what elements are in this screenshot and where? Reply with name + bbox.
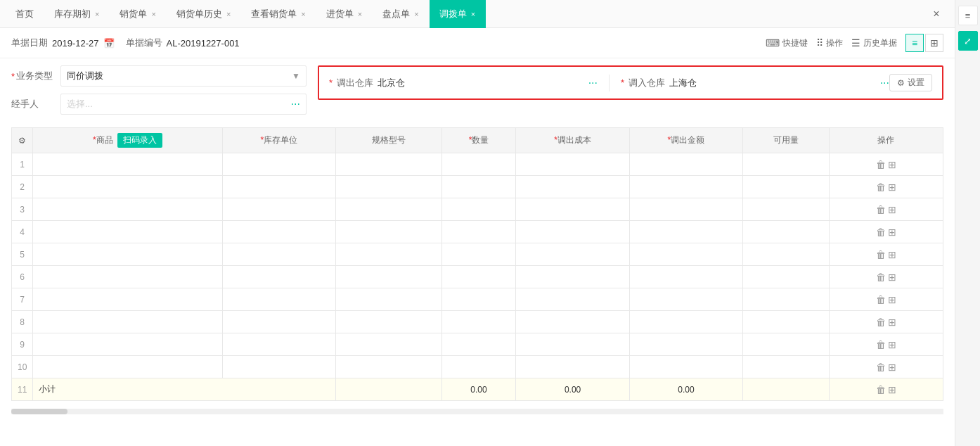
- available-cell[interactable]: [743, 356, 830, 378]
- unit-cell[interactable]: [222, 221, 335, 243]
- delete-row-btn[interactable]: 🗑: [876, 339, 886, 350]
- tab-stocktake[interactable]: 盘点单 ×: [373, 0, 429, 28]
- shortcuts-btn[interactable]: ⌨ 快捷键: [766, 37, 808, 49]
- available-cell[interactable]: [743, 243, 830, 266]
- tab-close-stocktake[interactable]: ×: [414, 10, 418, 18]
- unit-cell[interactable]: [222, 356, 335, 378]
- qty-cell[interactable]: [441, 176, 516, 198]
- tab-close-view-sales[interactable]: ×: [301, 10, 305, 18]
- qty-cell[interactable]: [441, 198, 516, 221]
- product-cell[interactable]: [33, 266, 222, 288]
- spec-cell[interactable]: [336, 356, 442, 378]
- spec-cell[interactable]: [336, 221, 442, 243]
- available-cell[interactable]: [743, 198, 830, 221]
- delete-row-btn[interactable]: 🗑: [876, 317, 886, 328]
- copy-row-btn[interactable]: ⊞: [888, 227, 896, 238]
- cost-cell[interactable]: [516, 356, 629, 378]
- delete-row-btn[interactable]: 🗑: [876, 362, 886, 373]
- copy-row-btn[interactable]: ⊞: [888, 384, 896, 395]
- delete-row-btn[interactable]: 🗑: [876, 204, 886, 215]
- unit-cell[interactable]: [222, 311, 335, 333]
- copy-row-btn[interactable]: ⊞: [888, 249, 896, 260]
- tab-close-transfer[interactable]: ×: [471, 10, 475, 18]
- delete-row-btn[interactable]: 🗑: [876, 249, 886, 260]
- tab-sales-history[interactable]: 销货单历史 ×: [167, 0, 241, 28]
- product-cell[interactable]: [33, 176, 222, 198]
- qty-cell[interactable]: [441, 356, 516, 378]
- tab-close-sales-history[interactable]: ×: [226, 10, 231, 18]
- unit-cell[interactable]: [222, 266, 335, 288]
- amount-cell[interactable]: [629, 356, 742, 378]
- delete-row-btn[interactable]: 🗑: [876, 294, 886, 305]
- product-cell[interactable]: [33, 311, 222, 333]
- amount-cell[interactable]: [629, 288, 742, 311]
- delete-row-btn[interactable]: 🗑: [876, 272, 886, 283]
- product-cell[interactable]: [33, 243, 222, 266]
- unit-cell[interactable]: [222, 176, 335, 198]
- delete-row-btn[interactable]: 🗑: [876, 181, 886, 193]
- spec-cell[interactable]: [336, 311, 442, 333]
- agent-field[interactable]: 选择... ···: [60, 94, 307, 115]
- amount-cell[interactable]: [629, 153, 742, 176]
- cost-cell[interactable]: [516, 333, 629, 356]
- side-list-btn[interactable]: ≡: [958, 6, 978, 25]
- history-btn[interactable]: ☰ 历史单据: [851, 37, 897, 49]
- tab-transfer[interactable]: 调拨单 ×: [430, 0, 486, 28]
- window-close-button[interactable]: ×: [924, 1, 949, 27]
- copy-row-btn[interactable]: ⊞: [888, 294, 896, 305]
- tab-home[interactable]: 首页: [6, 0, 44, 28]
- amount-cell[interactable]: [629, 176, 742, 198]
- qty-cell[interactable]: [441, 153, 516, 176]
- copy-row-btn[interactable]: ⊞: [888, 317, 896, 328]
- warehouse-setting-btn[interactable]: ⚙ 设置: [889, 74, 932, 91]
- product-cell[interactable]: [33, 288, 222, 311]
- spec-cell[interactable]: [336, 243, 442, 266]
- side-expand-btn[interactable]: ⤢: [958, 31, 978, 51]
- list-view-btn[interactable]: ≡: [905, 34, 924, 52]
- delete-row-btn[interactable]: 🗑: [876, 384, 886, 395]
- delete-row-btn[interactable]: 🗑: [876, 159, 886, 170]
- cost-cell[interactable]: [516, 288, 629, 311]
- scrollbar[interactable]: [11, 409, 943, 414]
- available-cell[interactable]: [743, 176, 830, 198]
- unit-cell[interactable]: [222, 333, 335, 356]
- product-cell[interactable]: [33, 356, 222, 378]
- qty-cell[interactable]: [441, 311, 516, 333]
- qty-cell[interactable]: [441, 266, 516, 288]
- copy-row-btn[interactable]: ⊞: [888, 339, 896, 350]
- tab-close-sales[interactable]: ×: [151, 10, 155, 18]
- biz-type-field[interactable]: 同价调拨 ▼: [60, 65, 307, 87]
- to-warehouse-more-btn[interactable]: ···: [880, 77, 889, 89]
- available-cell[interactable]: [743, 288, 830, 311]
- spec-cell[interactable]: [336, 288, 442, 311]
- unit-cell[interactable]: [222, 198, 335, 221]
- spec-cell[interactable]: [336, 333, 442, 356]
- available-cell[interactable]: [743, 266, 830, 288]
- tab-inventory-init[interactable]: 库存期初 ×: [44, 0, 110, 28]
- cost-cell[interactable]: [516, 176, 629, 198]
- cost-cell[interactable]: [516, 266, 629, 288]
- delete-row-btn[interactable]: 🗑: [876, 227, 886, 238]
- amount-cell[interactable]: [629, 221, 742, 243]
- cost-cell[interactable]: [516, 221, 629, 243]
- copy-row-btn[interactable]: ⊞: [888, 159, 896, 170]
- amount-cell[interactable]: [629, 333, 742, 356]
- operations-btn[interactable]: ⠿ 操作: [816, 37, 843, 49]
- amount-cell[interactable]: [629, 198, 742, 221]
- tab-view-sales[interactable]: 查看销货单 ×: [241, 0, 316, 28]
- calendar-icon[interactable]: 📅: [103, 38, 115, 49]
- available-cell[interactable]: [743, 221, 830, 243]
- copy-row-btn[interactable]: ⊞: [888, 204, 896, 215]
- cost-cell[interactable]: [516, 243, 629, 266]
- unit-cell[interactable]: [222, 243, 335, 266]
- unit-cell[interactable]: [222, 288, 335, 311]
- cost-cell[interactable]: [516, 153, 629, 176]
- qty-cell[interactable]: [441, 243, 516, 266]
- product-cell[interactable]: [33, 333, 222, 356]
- spec-cell[interactable]: [336, 198, 442, 221]
- qty-cell[interactable]: [441, 221, 516, 243]
- cost-cell[interactable]: [516, 311, 629, 333]
- scrollbar-thumb[interactable]: [11, 409, 67, 414]
- copy-row-btn[interactable]: ⊞: [888, 181, 896, 193]
- spec-cell[interactable]: [336, 266, 442, 288]
